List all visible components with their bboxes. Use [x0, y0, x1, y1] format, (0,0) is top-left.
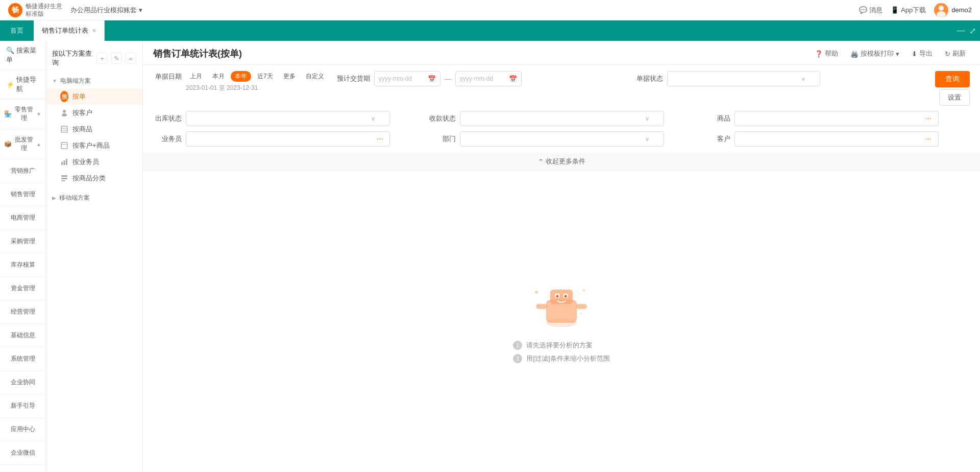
customer-item: 客户 ··· — [702, 131, 970, 147]
expected-date-start-input[interactable]: yyyy-mm-dd 📅 — [374, 71, 440, 86]
scheme-item-by-customer[interactable]: 按客户 — [46, 105, 142, 121]
shortcut-custom[interactable]: 自定义 — [302, 71, 328, 82]
sidebar-item-ecommerce[interactable]: 电商管理 — [0, 206, 45, 230]
status-select[interactable]: ∨ — [667, 71, 820, 86]
tab-close-button[interactable]: × — [92, 27, 96, 34]
sidebar-item-retail[interactable]: 🏪 零售管理 ▼ — [0, 99, 45, 129]
message-button[interactable]: 💬 消息 — [859, 6, 883, 15]
shortcut-this-year[interactable]: 本年 — [231, 71, 251, 82]
calendar-end-icon: 📅 — [509, 75, 517, 83]
empty-icon: ✦ ✦ ✦ — [531, 279, 592, 331]
tab-home[interactable]: 首页 — [0, 20, 34, 41]
logo-area: 畅 畅捷通好生意 标准版 — [8, 3, 62, 17]
settings-button[interactable]: 设置 — [939, 89, 970, 106]
svg-rect-7 — [61, 143, 67, 149]
scheme-item-by-product[interactable]: 按商品 — [46, 121, 142, 137]
customer-label: 客户 — [702, 134, 730, 144]
app-icon: 📱 — [891, 6, 899, 14]
company-selector[interactable]: 办公用品行业模拟账套 ▾ — [66, 4, 146, 17]
page-title: 销售订单统计表(按单) — [153, 48, 242, 60]
sidebar-item-member[interactable]: 畅会员 — [0, 465, 45, 472]
sidebar-item-finance[interactable]: 资金管理 — [0, 277, 45, 300]
shortcut-last-month[interactable]: 上月 — [186, 71, 206, 82]
logo-text: 畅捷通好生意 标准版 — [26, 3, 62, 17]
svg-text:✦: ✦ — [579, 312, 583, 316]
print-dropdown-icon: ▾ — [896, 50, 899, 58]
customer-input[interactable]: ··· — [734, 131, 939, 147]
by-salesperson-icon — [60, 158, 68, 166]
scheme-edit-button[interactable]: ✎ — [111, 53, 122, 64]
template-print-button[interactable]: 🖨️ 按模板打印 ▾ — [846, 47, 903, 60]
svg-point-2 — [63, 110, 66, 113]
scheme-collapse-button[interactable]: « — [125, 53, 136, 64]
shortcut-this-month[interactable]: 本月 — [208, 71, 229, 82]
page-header: 销售订单统计表(按单) ❓ 帮助 🖨️ 按模板打印 ▾ ⬇ 导出 — [143, 41, 980, 65]
expected-date-end-input[interactable]: yyyy-mm-dd 📅 — [455, 71, 522, 86]
tab-bar-spacer — [105, 20, 953, 41]
customer-ellipsis[interactable]: ··· — [923, 134, 934, 144]
product-ellipsis[interactable]: ··· — [923, 114, 934, 123]
salesperson-input[interactable]: ··· — [186, 131, 390, 147]
top-bar-left: 畅 畅捷通好生意 标准版 办公用品行业模拟账套 ▾ — [8, 3, 146, 17]
department-label: 部门 — [427, 134, 456, 144]
salesperson-ellipsis[interactable]: ··· — [375, 134, 385, 144]
scheme-item-by-customer-product[interactable]: 按客户+商品 — [46, 137, 142, 154]
shortcut-more[interactable]: 更多 — [279, 71, 300, 82]
date-shortcuts: 上月 本月 本年 近7天 更多 自定义 — [186, 71, 328, 82]
sidebar-item-system[interactable]: 系统管理 — [0, 347, 45, 371]
scheme-item-by-order[interactable]: 按 按单 — [46, 88, 142, 105]
sidebar-item-wechat[interactable]: 企业微信 — [0, 441, 45, 465]
scheme-item-by-category[interactable]: 按商品分类 — [46, 170, 142, 186]
svg-rect-14 — [61, 180, 65, 181]
sidebar-item-marketing[interactable]: 营销推广 — [0, 159, 45, 183]
calendar-start-icon: 📅 — [428, 75, 436, 83]
sidebar-item-search[interactable]: 🔍 搜索菜单 — [0, 41, 45, 70]
svg-rect-13 — [61, 178, 67, 179]
product-input[interactable]: ··· — [734, 111, 939, 126]
page-header-actions: ❓ 帮助 🖨️ 按模板打印 ▾ ⬇ 导出 ↻ 刷新 — [811, 47, 970, 60]
delivery-select[interactable]: ∨ — [186, 111, 390, 126]
scheme-section-mobile-header[interactable]: ▶ 移动端方案 — [46, 191, 142, 205]
receipt-select[interactable]: ∨ — [460, 111, 664, 126]
quicknav-icon: ⚡ — [6, 81, 14, 88]
help-button[interactable]: ❓ 帮助 — [811, 47, 842, 60]
company-dropdown-icon: ▾ — [139, 6, 142, 14]
by-customer-product-icon — [60, 141, 68, 150]
app-download-button[interactable]: 📱 App下载 — [891, 6, 926, 15]
tab-minimize-button[interactable]: — — [957, 26, 965, 35]
sidebar-item-appcenter[interactable]: 应用中心 — [0, 418, 45, 441]
refresh-icon: ↻ — [945, 50, 950, 58]
export-button[interactable]: ⬇ 导出 — [908, 47, 937, 60]
scheme-section-pc-header[interactable]: ▼ 电脑端方案 — [46, 74, 142, 88]
sidebar-item-purchase[interactable]: 采购管理 — [0, 230, 45, 253]
sidebar-item-wholesale[interactable]: 📦 批发管理 ▲ — [0, 129, 45, 159]
tab-maximize-button[interactable]: ⤢ — [969, 26, 976, 36]
svg-rect-11 — [66, 159, 67, 165]
refresh-button[interactable]: ↻ 刷新 — [941, 47, 970, 60]
svg-rect-23 — [576, 304, 587, 309]
sidebar-item-inventory[interactable]: 库存核算 — [0, 253, 45, 277]
search-menu-icon: 🔍 — [6, 46, 14, 54]
salesperson-item: 业务员 ··· — [153, 131, 421, 147]
filter-row-2: 出库状态 ∨ 收款状态 ∨ 商品 — [153, 111, 970, 126]
sidebar-item-basic-info[interactable]: 基础信息 — [0, 324, 45, 347]
receipt-status-item: 收款状态 ∨ — [427, 111, 695, 126]
scheme-item-by-salesperson[interactable]: 按业务员 — [46, 154, 142, 170]
right-main: 销售订单统计表(按单) ❓ 帮助 🖨️ 按模板打印 ▾ ⬇ 导出 — [143, 41, 980, 472]
department-select[interactable]: ∨ — [460, 131, 664, 147]
user-area[interactable]: demo2 — [934, 3, 972, 17]
collapse-row[interactable]: ⌃ 收起更多条件 — [143, 153, 980, 171]
sidebar-item-newuser[interactable]: 新手引导 — [0, 394, 45, 418]
sidebar-item-quicknav[interactable]: ⚡ 快捷导航 — [0, 70, 45, 99]
sidebar-item-sales[interactable]: 销售管理 — [0, 183, 45, 206]
sidebar-item-enterprise[interactable]: 企业协同 — [0, 371, 45, 394]
collapse-button[interactable]: ⌃ 收起更多条件 — [538, 157, 585, 166]
sidebar-item-management[interactable]: 经营管理 — [0, 300, 45, 324]
svg-point-0 — [939, 6, 944, 11]
tab-sales-order-stats[interactable]: 销售订单统计表 × — [34, 20, 105, 41]
shortcut-7days[interactable]: 近7天 — [253, 71, 277, 82]
scheme-add-button[interactable]: + — [96, 53, 108, 64]
query-button[interactable]: 查询 — [935, 71, 970, 87]
svg-text:✦: ✦ — [582, 288, 586, 293]
salesperson-label: 业务员 — [153, 134, 182, 144]
